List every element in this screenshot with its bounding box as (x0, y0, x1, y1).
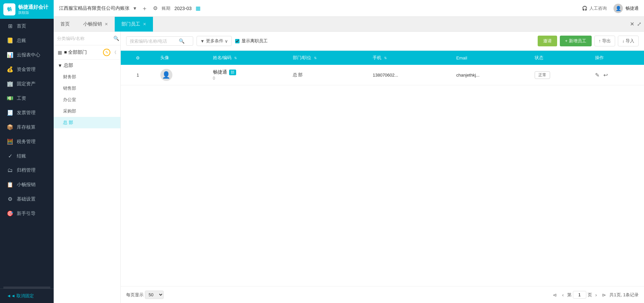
import-btn[interactable]: ↓ 导入 (618, 36, 639, 46)
basic-icon: ⚙ (7, 196, 13, 202)
dept-item-sales[interactable]: 销售部 (54, 83, 120, 94)
user-info[interactable]: 👤 畅捷通 (613, 4, 639, 13)
sidebar-label-basic: 基础设置 (17, 196, 36, 202)
sidebar-item-archive[interactable]: 🗂 归档管理 (0, 163, 54, 177)
sidebar-item-salary[interactable]: 💵 工资 (0, 91, 54, 105)
support-label: 人工咨询 (589, 5, 607, 11)
app-title: 畅捷通好会计 (18, 4, 48, 10)
dept-group-head: ▼ 总部 财务部 销售部 办公室 采购部 总 部 (54, 60, 120, 128)
cell-no: 1 (121, 65, 155, 85)
sidebar-item-basic[interactable]: ⚙ 基础设置 (0, 192, 54, 206)
sort-mobile-icon[interactable]: ⇅ (384, 56, 387, 60)
page-size-select: 每页显示 10 20 50 100 (126, 291, 164, 299)
dept-item-purchase[interactable]: 采购部 (54, 105, 120, 117)
add-company-btn[interactable]: ＋ (140, 4, 149, 12)
cell-mobile: 138070602... (367, 65, 451, 85)
tab-close-btn[interactable]: ✕ (630, 21, 634, 27)
support-btn[interactable]: 🎧 人工咨询 (582, 5, 607, 11)
tab-home[interactable]: 首页 (54, 17, 76, 32)
sidebar-item-reports[interactable]: 📊 云报表中心 (0, 48, 54, 62)
sidebar-label-close: 结账 (17, 153, 26, 159)
sidebar-item-guide[interactable]: 🎯 新手引导 (0, 206, 54, 221)
emp-search-icon[interactable]: 🔍 (179, 38, 184, 44)
tab-expense-label: 小畅报销 (83, 21, 102, 27)
emp-dept: 总 部 (293, 72, 303, 77)
sidebar-label-assets: 固定资产 (17, 81, 36, 87)
tab-expense-close[interactable]: ✕ (105, 22, 108, 27)
company-dropdown-btn[interactable]: ▾ (133, 5, 136, 11)
sort-dept-icon[interactable]: ⇅ (314, 56, 317, 60)
sidebar-label-archive: 归档管理 (17, 167, 36, 173)
dept-search-icon[interactable]: 🔍 (113, 36, 119, 41)
dept-all-label[interactable]: ■ 全部部门 (64, 49, 101, 55)
unpin-btn[interactable]: ◄◄ 取消固定 (0, 289, 54, 303)
archive-icon: 🗂 (7, 167, 13, 173)
cell-dept: 总 部 (287, 65, 367, 85)
page-size-dropdown[interactable]: 10 20 50 100 (145, 291, 164, 299)
col-settings[interactable]: ⚙ (121, 51, 155, 65)
sidebar-item-tax[interactable]: 🧮 税务管理 (0, 134, 54, 149)
next-page-btn[interactable]: › (593, 291, 599, 299)
employee-table: ⚙ 头像 姓名/编码 ⇅ 部门/职位 ⇅ 手机 (121, 51, 644, 286)
sidebar-item-close[interactable]: ✓ 结账 (0, 149, 54, 163)
col-avatar: 头像 (155, 51, 208, 65)
emp-search-input[interactable] (130, 39, 177, 44)
salary-icon: 💵 (7, 95, 13, 101)
logo-icon: 畅 (3, 3, 15, 15)
tab-maximize-btn[interactable]: ⤢ (637, 21, 641, 27)
table-row: 1 👤 畅捷通 部 0 (121, 65, 644, 85)
status-badge: 正常 (535, 71, 550, 79)
invite-btn[interactable]: 邀请 (538, 36, 557, 46)
edit-btn[interactable]: ✎ (595, 72, 599, 78)
filter-btn[interactable]: ▼ 更多条件 ∨ (197, 36, 232, 46)
sidebar-label-tax: 税务管理 (17, 139, 36, 145)
table: ⚙ 头像 姓名/编码 ⇅ 部门/职位 ⇅ 手机 (121, 51, 644, 85)
emp-search-box: 🔍 (126, 36, 193, 46)
sort-name-icon[interactable]: ⇅ (234, 56, 237, 60)
delete-btn[interactable]: ↩ (603, 72, 608, 78)
inventory-icon: 📦 (7, 124, 13, 130)
toolbar: 🔍 ▼ 更多条件 ∨ 显示离职员工 邀请 + 新增员工 ↑ 导出 ↓ 导入 (121, 32, 644, 51)
sidebar-item-assets[interactable]: 🏢 固定资产 (0, 77, 54, 91)
sidebar-item-ledger[interactable]: 📒 总账 (0, 33, 54, 48)
dept-add-btn[interactable]: ✎ (103, 49, 110, 56)
sidebar-item-funds[interactable]: 💰 资金管理 (0, 62, 54, 77)
sidebar-item-home[interactable]: ⊞ 首页 (0, 19, 54, 33)
export-btn[interactable]: ↑ 导出 (594, 36, 615, 46)
dept-group-head-label[interactable]: ▼ 总部 (54, 60, 120, 71)
sidebar-item-expense[interactable]: 📋 小畅报销 (0, 177, 54, 192)
dept-collapse-icon[interactable]: 《 (112, 50, 116, 55)
first-page-btn[interactable]: ⊲ (551, 291, 559, 299)
dept-item-head[interactable]: 总 部 (54, 117, 120, 128)
resigned-checkbox-input[interactable] (235, 39, 239, 43)
headset-icon: 🎧 (582, 6, 587, 11)
add-emp-btn[interactable]: + 新增员工 (560, 36, 592, 46)
calendar-icon[interactable]: ▦ (196, 5, 201, 11)
dept-item-finance[interactable]: 财务部 (54, 71, 120, 83)
sidebar-label-funds: 资金管理 (17, 67, 36, 73)
tabs-right: ✕ ⤢ (630, 21, 644, 27)
sidebar-label-guide: 新手引导 (17, 211, 36, 217)
filter-label: 更多条件 (206, 38, 223, 44)
tab-dept-emp-close[interactable]: ✕ (143, 22, 146, 27)
dept-search-input[interactable] (57, 36, 113, 41)
content-panel: 🔍 ▼ 更多条件 ∨ 显示离职员工 邀请 + 新增员工 ↑ 导出 ↓ 导入 (121, 32, 644, 303)
prev-page-btn[interactable]: ‹ (560, 291, 566, 299)
header-right: 🎧 人工咨询 👤 畅捷通 (582, 4, 639, 13)
sidebar-item-invoice[interactable]: 🧾 发票管理 (0, 105, 54, 120)
emp-name: 畅捷通 (213, 69, 227, 75)
settings-btn[interactable]: ⚙ (153, 5, 158, 11)
last-page-btn[interactable]: ⊳ (600, 291, 608, 299)
user-avatar: 👤 (613, 4, 623, 13)
show-resigned-checkbox[interactable]: 显示离职员工 (235, 38, 268, 44)
sidebar-nav: ⊞ 首页 📒 总账 📊 云报表中心 💰 资金管理 🏢 固定资产 💵 工资 🧾 发… (0, 19, 54, 287)
logo-text-block: 畅捷通好会计 旗舰版 (18, 4, 48, 15)
sidebar-item-inventory[interactable]: 📦 库存核算 (0, 120, 54, 134)
unpin-label: ◄◄ 取消固定 (7, 293, 34, 299)
cell-avatar: 👤 (155, 65, 208, 85)
tab-dept-emp[interactable]: 部门员工 ✕ (115, 17, 153, 32)
tab-dept-emp-label: 部门员工 (121, 21, 140, 27)
page-input[interactable] (573, 291, 586, 299)
dept-item-office[interactable]: 办公室 (54, 94, 120, 105)
tab-expense[interactable]: 小畅报销 ✕ (76, 17, 115, 32)
